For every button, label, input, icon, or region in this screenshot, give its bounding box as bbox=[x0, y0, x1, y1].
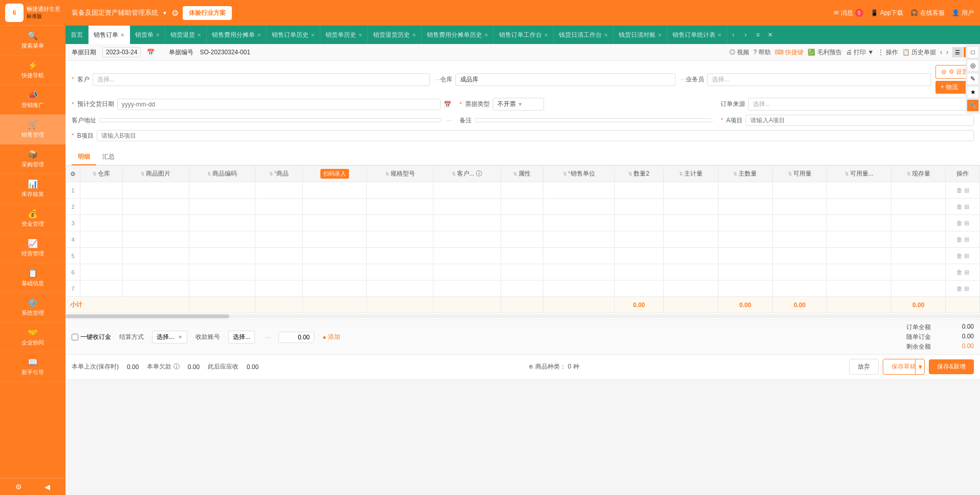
user-menu-btn[interactable]: 👤 用户 bbox=[952, 9, 974, 17]
tab-order-history[interactable]: 销售订单历史 ✕ bbox=[267, 26, 320, 44]
tab-daily-workbench[interactable]: 钱货日清工作台 ✕ bbox=[554, 26, 614, 44]
sidebar-item-enterprise[interactable]: 🤝 企业协同 bbox=[0, 322, 66, 352]
th-gear[interactable]: ⚙ bbox=[66, 166, 80, 182]
add-payment-btn[interactable]: ● 添加 bbox=[322, 333, 340, 341]
row-code-1[interactable] bbox=[189, 182, 255, 199]
one-click-checkbox[interactable] bbox=[72, 334, 78, 340]
tab-close-icon[interactable]: ✕ bbox=[156, 32, 160, 38]
sidebar-item-guide[interactable]: 📖 新手引导 bbox=[0, 352, 66, 382]
note-input[interactable] bbox=[475, 118, 713, 122]
tab-nav-close[interactable]: ✕ bbox=[764, 26, 776, 44]
sidebar-item-search[interactable]: 🔍 搜索菜单 bbox=[0, 26, 66, 55]
history-btn[interactable]: 📋 历史单据 bbox=[902, 48, 936, 57]
row-spec-1[interactable] bbox=[367, 182, 433, 199]
sidebar-collapse-btn[interactable]: ◀ bbox=[45, 483, 50, 491]
system-name[interactable]: 装备及固定资产辅助管理系统 bbox=[72, 8, 158, 17]
online-support-btn[interactable]: 🎧 在线客服 bbox=[910, 9, 945, 17]
row-available-1[interactable] bbox=[772, 182, 826, 199]
tab-sales-return[interactable]: 销货退货 ✕ bbox=[165, 26, 207, 44]
tab-close-icon[interactable]: ✕ bbox=[358, 32, 362, 38]
sidebar-item-system[interactable]: ⚙️ 系统管理 bbox=[0, 293, 66, 322]
tab-fee-history[interactable]: 销售费用分摊单历史 ✕ bbox=[422, 26, 494, 44]
notification-btn[interactable]: ✉ 消息 9 bbox=[834, 9, 863, 17]
row-attr-1[interactable] bbox=[501, 182, 543, 199]
nav-prev-icon[interactable]: ‹ bbox=[940, 49, 942, 56]
tab-close-icon[interactable]: ✕ bbox=[484, 32, 488, 38]
warehouse-input[interactable]: 成品库 bbox=[455, 73, 676, 86]
row-current-1[interactable] bbox=[891, 182, 946, 199]
sidebar-item-inventory[interactable]: 📊 库存核算 bbox=[0, 174, 66, 204]
sidebar-item-purchase[interactable]: 📦 采购管理 bbox=[0, 144, 66, 174]
save-new-button[interactable]: 保存&新增 bbox=[929, 359, 974, 374]
payment-method-select[interactable]: 选择... ▼ bbox=[152, 331, 187, 343]
sidebar-item-operations[interactable]: 📈 经营管理 bbox=[0, 233, 66, 263]
address-input[interactable] bbox=[99, 118, 441, 122]
sidebar-item-quick-nav[interactable]: ⚡ 快捷导航 bbox=[0, 55, 66, 85]
discard-button[interactable]: 放弃 bbox=[849, 359, 879, 375]
right-tool-5[interactable]: 🔧 bbox=[967, 99, 979, 112]
row-main-qty-1[interactable] bbox=[718, 182, 772, 199]
delivery-date-icon[interactable]: 📅 bbox=[444, 101, 451, 108]
tab-close-icon[interactable]: ✕ bbox=[717, 32, 722, 38]
list-view-btn[interactable]: ☰ bbox=[952, 47, 963, 57]
tab-sales-fee[interactable]: 销售费用分摊单 ✕ bbox=[207, 26, 267, 44]
payment-amount-input[interactable] bbox=[278, 332, 314, 343]
a-project-input[interactable] bbox=[746, 115, 974, 126]
view-btn[interactable]: ◎ 视频 bbox=[729, 48, 749, 57]
receipt-no-select[interactable]: 选择... bbox=[228, 331, 255, 343]
right-tool-2[interactable]: ◎ bbox=[967, 59, 979, 72]
tab-order-workbench[interactable]: 销售订单工作台 ✕ bbox=[494, 26, 554, 44]
right-tool-4[interactable]: ★ bbox=[967, 86, 979, 98]
tab-sales-order[interactable]: 销售订单 ✕ bbox=[89, 26, 130, 44]
trial-button[interactable]: 体验行业方案 bbox=[183, 6, 232, 20]
tab-close-icon[interactable]: ✕ bbox=[658, 32, 662, 38]
right-tool-1[interactable]: □ bbox=[967, 46, 979, 58]
row-main-unit-1[interactable] bbox=[664, 182, 718, 199]
tab-daily-reconcile[interactable]: 钱货日清对账 ✕ bbox=[614, 26, 667, 44]
sidebar-settings-btn[interactable]: ⚙ bbox=[15, 483, 22, 491]
shortcut-btn[interactable]: ⌨ 快捷键 bbox=[775, 48, 803, 57]
topbar-settings-icon[interactable]: ⚙ bbox=[171, 8, 179, 18]
save-draft-dropdown-icon[interactable]: ▼ bbox=[915, 359, 925, 375]
tab-sales-invoice[interactable]: 销货单 ✕ bbox=[130, 26, 165, 44]
tab-close-icon[interactable]: ✕ bbox=[412, 32, 416, 38]
scrollbar-track[interactable] bbox=[66, 314, 980, 318]
tab-detail[interactable]: 明细 bbox=[72, 149, 96, 165]
tab-close-icon[interactable]: ✕ bbox=[311, 32, 315, 38]
row-unit-1[interactable] bbox=[543, 182, 615, 199]
nav-next-icon[interactable]: › bbox=[946, 49, 948, 56]
tab-order-stats[interactable]: 销售订单统计表 ✕ bbox=[667, 26, 727, 44]
row-action-1[interactable]: 🗑 ⊞ bbox=[946, 182, 980, 199]
receipt-dots[interactable]: ··· bbox=[265, 334, 270, 341]
scrollbar-thumb[interactable] bbox=[66, 314, 229, 318]
customer-dots[interactable]: ··· bbox=[435, 76, 440, 83]
system-dropdown-icon[interactable]: ▼ bbox=[162, 10, 167, 16]
tab-close-icon[interactable]: ✕ bbox=[544, 32, 548, 38]
app-download-btn[interactable]: 📱 App下载 bbox=[870, 9, 903, 17]
tab-nav-next[interactable]: › bbox=[739, 26, 752, 44]
warehouse-dots[interactable]: ··· bbox=[681, 76, 686, 83]
right-tool-3[interactable]: ✎ bbox=[967, 73, 979, 85]
tab-nav-prev[interactable]: ‹ bbox=[727, 26, 739, 44]
tab-return-history[interactable]: 销货退货历史 ✕ bbox=[368, 26, 422, 44]
actions-btn[interactable]: ⋮ 操作 bbox=[878, 48, 898, 57]
scan-input-btn[interactable]: 扫码录入 bbox=[320, 169, 349, 179]
row-goods-1[interactable] bbox=[255, 182, 302, 199]
row-warehouse-1[interactable] bbox=[80, 182, 123, 199]
b-project-input[interactable] bbox=[97, 130, 974, 141]
tab-home[interactable]: 首页 bbox=[66, 26, 89, 44]
tab-close-icon[interactable]: ✕ bbox=[257, 32, 261, 38]
tab-close-icon[interactable]: ✕ bbox=[120, 32, 124, 38]
sidebar-item-finance[interactable]: 💰 资金管理 bbox=[0, 204, 66, 233]
address-dots[interactable]: ··· bbox=[446, 117, 451, 124]
row-qty2-1[interactable] bbox=[615, 182, 664, 199]
row-customer-code-1[interactable] bbox=[433, 182, 500, 199]
tab-close-icon[interactable]: ✕ bbox=[604, 32, 608, 38]
row-scan-1[interactable] bbox=[302, 182, 367, 199]
profit-btn[interactable]: 💹 毛利预告 bbox=[808, 48, 841, 57]
tab-summary[interactable]: 汇总 bbox=[96, 149, 121, 165]
tab-close-icon[interactable]: ✕ bbox=[197, 32, 201, 38]
row-image-1[interactable] bbox=[123, 182, 189, 199]
tab-invoice-history[interactable]: 销货单历史 ✕ bbox=[320, 26, 368, 44]
doc-date-value[interactable]: 2023-03-24 bbox=[102, 47, 141, 57]
